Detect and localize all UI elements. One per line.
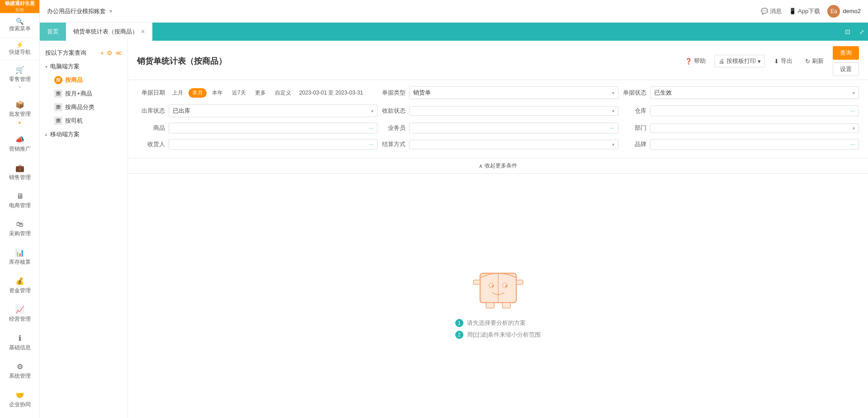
brand-input[interactable]: ··· <box>650 139 859 150</box>
date-tab-7days[interactable]: 近7天 <box>228 88 250 98</box>
sidebar-item-newbie[interactable]: 🔰 新手引导 <box>0 414 39 418</box>
docstatus-select[interactable]: 已生效 ▾ <box>650 86 859 99</box>
sidebar-item-finance[interactable]: 💰 资金管理 <box>0 271 39 300</box>
sidebar-item-system[interactable]: ⚙ 系统管理 <box>0 357 39 385</box>
filter-row-2: 出库状态 已出库 ▾ 收款状态 ▾ 仓库 <box>137 104 859 117</box>
sidebar-item-operations[interactable]: 📈 经营管理 <box>0 300 39 328</box>
tab-home[interactable]: 首页 <box>40 23 66 41</box>
warehouse-status-dropdown-icon: ▾ <box>371 109 373 114</box>
message-icon: 💬 <box>761 8 768 14</box>
top-header: 办公用品行业模拟账套 ▾ 💬 消息 📱 App下载 Ea demo2 <box>40 0 868 23</box>
sidebar-item-wholesale[interactable]: 📦 批发管理 ▴ <box>0 95 39 130</box>
tab-expand-icon[interactable]: ⊡ <box>840 23 856 41</box>
print-dropdown-icon[interactable]: ▾ <box>758 58 761 65</box>
sidebar-item-ecommerce[interactable]: 🖥 电商管理 <box>0 187 39 215</box>
refresh-button[interactable]: ↻ 刷新 <box>802 55 827 67</box>
export-icon: ⬇ <box>774 58 779 65</box>
filter-payment-status-col: 收款状态 ▾ <box>377 106 618 116</box>
scheme-icon-category: 按 <box>54 103 62 111</box>
goods-label: 商品 <box>137 124 169 132</box>
department-dropdown-icon: ▾ <box>853 126 855 131</box>
sidebar-item-marketing[interactable]: 📣 营销推广 <box>0 130 39 158</box>
date-tab-custom[interactable]: 自定义 <box>271 88 295 98</box>
print-template-button[interactable]: 🖨 按模板打印 ▾ <box>715 55 765 67</box>
tip-text-2: 用[过滤]条件来缩小分析范围 <box>467 331 541 339</box>
date-tab-last-month[interactable]: 上月 <box>169 88 187 98</box>
sidebar-item-label: 采购管理 <box>9 230 31 238</box>
active-scheme-icon: 按 <box>54 76 62 84</box>
sidebar-quick-nav[interactable]: ⚡ 快捷导航 <box>0 38 39 60</box>
receiver-input[interactable]: ··· <box>169 139 377 150</box>
help-button[interactable]: ❓ 帮助 <box>681 55 709 67</box>
scheme-icon-driver: 按 <box>54 117 62 125</box>
query-button[interactable]: 查询 <box>833 46 859 60</box>
sidebar-item-sales[interactable]: 💼 销售管理 <box>0 158 39 187</box>
user-info[interactable]: Ea demo2 <box>827 5 861 18</box>
sidebar-item-label: 系统管理 <box>9 372 31 380</box>
sidebar-item-label: 营销推广 <box>9 145 31 153</box>
help-label: 帮助 <box>694 57 706 65</box>
app-download-action[interactable]: 📱 App下载 <box>789 7 820 15</box>
department-select[interactable]: ▾ <box>650 124 859 133</box>
tree-child-by-driver[interactable]: 按 按司机 <box>40 114 127 128</box>
goods-input[interactable]: ··· <box>169 123 377 133</box>
print-label: 按模板打印 <box>726 57 756 65</box>
sidebar-item-basic[interactable]: ℹ 基础信息 <box>0 328 39 357</box>
message-action[interactable]: 💬 消息 <box>761 7 782 15</box>
sidebar-item-retail[interactable]: 🛒 零售管理 ▾ <box>0 60 39 95</box>
add-scheme-icon[interactable]: + <box>100 49 104 57</box>
date-tab-this-year[interactable]: 本年 <box>208 88 226 98</box>
date-tab-this-month[interactable]: 本月 <box>189 88 207 98</box>
setting-scheme-icon[interactable]: ⚙ <box>107 49 113 57</box>
settlement-select[interactable]: ▾ <box>409 140 618 149</box>
doctype-select[interactable]: 销货单 ▾ <box>409 86 618 99</box>
warehouse-label: 仓库 <box>618 107 650 115</box>
sidebar-item-label: 企业协同 <box>9 401 31 408</box>
svg-point-4 <box>491 285 493 287</box>
tree-child-by-driver-label: 按司机 <box>65 117 83 125</box>
goods-dots-icon: ··· <box>369 125 373 131</box>
sidebar-item-inventory[interactable]: 📊 库存核算 <box>0 243 39 271</box>
sidebar-item-label: 库存核算 <box>9 258 31 266</box>
filter-receiver-col: 收货人 ··· <box>137 139 377 150</box>
header-right: 💬 消息 📱 App下载 Ea demo2 <box>761 5 861 18</box>
date-tab-more[interactable]: 更多 <box>251 88 269 98</box>
brand-label: 品牌 <box>618 140 650 148</box>
tree-arrow-desktop: ▾ <box>45 64 47 69</box>
sidebar-item-label: 批发管理 <box>9 110 31 118</box>
settlement-dropdown-icon: ▾ <box>612 142 614 147</box>
sidebar-item-enterprise[interactable]: 🤝 企业协同 <box>0 385 39 414</box>
tab-close-icon[interactable]: ✕ <box>141 28 145 35</box>
tree-parent-desktop[interactable]: ▾ 电脑端方案 <box>40 60 127 73</box>
tree-child-by-product[interactable]: 按 按商品 <box>40 73 127 87</box>
app-dropdown-icon[interactable]: ▾ <box>109 8 113 14</box>
sidebar-search[interactable]: 🔍 搜索菜单 <box>0 13 39 38</box>
left-panel-icons: + ⚙ ≪ <box>100 49 122 57</box>
export-button[interactable]: ⬇ 导出 <box>770 55 796 67</box>
filter-docstatus-col: 单据状态 已生效 ▾ <box>618 86 859 99</box>
sidebar-item-label: 资金管理 <box>9 287 31 294</box>
filter-goods-col: 商品 ··· <box>137 123 377 133</box>
tab-sales-report[interactable]: 销货单统计表（按商品） ✕ <box>66 23 152 41</box>
warehouse-input[interactable]: ··· <box>650 105 859 116</box>
sidebar-item-purchase[interactable]: 🛍 采购管理 <box>0 215 39 243</box>
salesperson-input[interactable]: ··· <box>409 123 618 133</box>
collapse-panel-icon[interactable]: ≪ <box>115 49 122 57</box>
tree-child-by-category[interactable]: 按 按商品分类 <box>40 100 127 114</box>
tree-child-by-month-label: 按月+商品 <box>65 90 92 98</box>
payment-status-select[interactable]: ▾ <box>409 106 618 116</box>
date-range-text: 2023-03-01 至 2023-03-31 <box>299 89 363 97</box>
tree-child-by-month-product[interactable]: 按 按月+商品 <box>40 87 127 100</box>
logo-text: 畅捷通好生意 <box>5 0 35 7</box>
refresh-label: 刷新 <box>812 57 824 65</box>
warehouse-status-select[interactable]: 已出库 ▾ <box>169 104 377 117</box>
salesperson-label: 业务员 <box>377 124 409 132</box>
collapse-button[interactable]: ∧ 收起更多条件 <box>479 162 517 170</box>
tree-parent-mobile[interactable]: ▸ 移动端方案 <box>40 128 127 141</box>
setting-button[interactable]: 设置 <box>833 62 859 76</box>
username: demo2 <box>843 8 861 14</box>
app-download-label: App下载 <box>798 7 820 15</box>
tab-fullscreen-icon[interactable]: ⤢ <box>856 23 868 41</box>
filter-row-3: 商品 ··· 业务员 ··· 部门 <box>137 123 859 133</box>
tip-num-1: 1 <box>455 319 463 327</box>
